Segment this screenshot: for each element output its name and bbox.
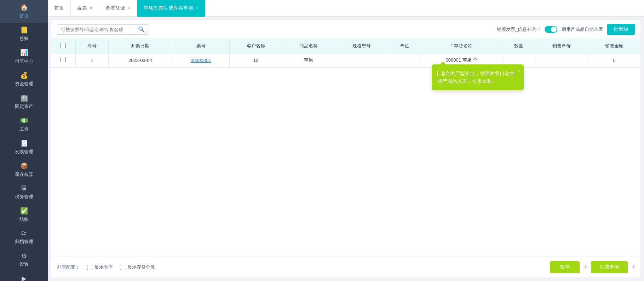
search-input[interactable] [61, 27, 136, 32]
data-table: 序号开票日期票号客户名称商品名称规格型号单位* 存货名称数量销售单价销售金额 1… [51, 39, 640, 68]
sidebar-icon-archive: 🗂 [21, 230, 27, 237]
search-icon: 🔍 [138, 26, 145, 33]
sidebar-icon-funds: 💰 [20, 71, 28, 79]
sidebar-item-archive[interactable]: 🗂 归档管理 [0, 226, 48, 248]
save-help-icon[interactable]: ? [584, 264, 587, 270]
sidebar-item-fixed-assets[interactable]: 🏢 固定资产 [0, 91, 48, 113]
sidebar-icon-inventory: 📦 [20, 162, 28, 170]
cell-product-0: 苹果 [282, 53, 335, 67]
cell-unit_price-0 [535, 53, 588, 67]
toolbar-right: 销项发票_信息补充 ? 启用产成品自动入库 批量核 [497, 24, 635, 35]
sidebar-item-tax[interactable]: 🏛 税务管理 [0, 181, 48, 203]
generate-help-icon[interactable]: ? [632, 264, 635, 270]
sidebar-item-payroll[interactable]: 💵 工资 [0, 113, 48, 136]
cell-checkbox-0[interactable] [51, 53, 75, 67]
tooltip-cursor [437, 71, 438, 76]
batch-button[interactable]: 批量核 [607, 24, 635, 35]
list-config-label: 列表配置： [57, 264, 80, 270]
sidebar-item-closing[interactable]: ✅ 结账 [0, 203, 48, 226]
tab-home-tab[interactable]: 首页 [48, 0, 71, 17]
table-row: 12023-03-040000000112苹果000001 苹果 个5 [51, 53, 640, 67]
sidebar-label-archive: 归档管理 [15, 239, 33, 245]
tab-invoice-tab[interactable]: 发票× [71, 0, 99, 17]
show-category-checkbox[interactable] [120, 265, 125, 270]
save-button[interactable]: 暂存 [550, 261, 580, 273]
tab-close-invoice-tab[interactable]: × [90, 6, 92, 11]
cell-ticket_no-0[interactable]: 00000001 [172, 53, 230, 67]
cell-date-0: 2023-03-04 [108, 53, 172, 67]
table-wrapper: 序号开票日期票号客户名称商品名称规格型号单位* 存货名称数量销售单价销售金额 1… [51, 39, 640, 257]
table-body: 12023-03-040000000112苹果000001 苹果 个5 [51, 53, 640, 67]
col-header-quantity: 数量 [502, 39, 535, 53]
sidebar: 🏠 首页 📒 总账 📊 报表中心 💰 资金管理 🏢 固定资产 💵 工资 🧾 发票… [0, 0, 48, 281]
sidebar-icon-closing: ✅ [20, 207, 28, 215]
show-warehouse-label: 显示仓库 [94, 264, 113, 270]
tooltip-popup: 适合生产型企业，销项发票自动生成产成品入库，快来体验~ × [432, 64, 524, 90]
toolbar: 🔍 销项发票_信息补充 ? 启用产成品自动入库 批量核 [51, 20, 640, 39]
col-header-product: 商品名称 [282, 39, 335, 53]
select-all-checkbox[interactable] [61, 43, 66, 48]
sidebar-label-fixed-assets: 固定资产 [15, 103, 33, 110]
sidebar-icon-invoice-mgmt: 🧾 [20, 139, 28, 147]
sidebar-label-home: 首页 [19, 13, 29, 19]
info-help-icon[interactable]: ? [537, 27, 540, 32]
sidebar-label-ledger: 总账 [19, 35, 29, 42]
col-header-amount: 销售金额 [588, 39, 640, 53]
sidebar-item-invoice-mgmt[interactable]: 🧾 发票管理 [0, 136, 48, 159]
page-content: 🔍 销项发票_信息补充 ? 启用产成品自动入库 批量核 序号开票日期票号客户名称… [51, 20, 640, 277]
sidebar-item-ledger[interactable]: 📒 总账 [0, 23, 48, 45]
sidebar-label-invoice-mgmt: 发票管理 [15, 149, 33, 155]
bottom-actions: 暂存 ? 生成单据 ? [550, 261, 635, 273]
bottom-bar: 列表配置： 显示仓库 显示存货分类 暂存 ? 生成单据 ? [51, 257, 640, 277]
cell-model-0 [335, 53, 388, 67]
table-header: 序号开票日期票号客户名称商品名称规格型号单位* 存货名称数量销售单价销售金额 [51, 39, 640, 53]
info-label: 销项发票_信息补充 ? [497, 26, 540, 33]
tab-label-home-tab: 首页 [54, 5, 64, 11]
show-category-label: 显示存货分类 [127, 264, 155, 270]
sidebar-label-inventory: 库存核算 [15, 171, 33, 178]
cell-seq-0: 1 [75, 53, 108, 67]
tabbar: 首页发票×查看凭证×销项发票生成库存单据× [48, 0, 644, 17]
sidebar-item-guide[interactable]: ▶ 新手引导 [0, 271, 48, 281]
auto-warehouse-toggle[interactable] [545, 26, 557, 33]
show-category-group[interactable]: 显示存货分类 [120, 264, 155, 270]
col-header-unit: 单位 [388, 39, 421, 53]
sidebar-item-settings[interactable]: ⚙ 设置 [0, 248, 48, 271]
main-area: 首页发票×查看凭证×销项发票生成库存单据× 🔍 销项发票_信息补充 ? 启用产成… [48, 0, 644, 281]
sidebar-label-closing: 结账 [19, 216, 29, 223]
sidebar-icon-reports: 📊 [20, 49, 28, 57]
search-box[interactable]: 🔍 [57, 24, 149, 35]
ticket-link-0[interactable]: 00000001 [191, 58, 211, 63]
col-header-model: 规格型号 [335, 39, 388, 53]
sidebar-item-home[interactable]: 🏠 首页 [0, 0, 48, 23]
col-header-inventory: * 存货名称 [421, 39, 502, 53]
tab-cancel-invoice-tab[interactable]: 销项发票生成库存单据× [137, 0, 205, 17]
tab-close-cancel-invoice-tab[interactable]: × [196, 6, 199, 11]
col-header-customer: 客户名称 [230, 39, 282, 53]
tab-view-voucher-tab[interactable]: 查看凭证× [99, 0, 137, 17]
col-header-checkbox [51, 39, 75, 53]
cell-customer-0: 12 [230, 53, 282, 67]
tooltip-text: 适合生产型企业，销项发票自动生成产成品入库，快来体验~ [437, 70, 514, 84]
row-checkbox-0[interactable] [61, 57, 66, 62]
sidebar-item-inventory[interactable]: 📦 库存核算 [0, 159, 48, 181]
sidebar-label-payroll: 工资 [19, 126, 29, 132]
show-warehouse-group[interactable]: 显示仓库 [87, 264, 113, 270]
sidebar-label-settings: 设置 [19, 261, 29, 268]
sidebar-label-funds: 资金管理 [15, 81, 33, 87]
sidebar-icon-tax: 🏛 [21, 185, 27, 192]
tooltip-close-button[interactable]: × [517, 67, 520, 75]
tab-close-view-voucher-tab[interactable]: × [128, 6, 131, 11]
cell-unit-0 [388, 53, 421, 67]
sidebar-label-reports: 报表中心 [15, 58, 33, 64]
generate-button[interactable]: 生成单据 [591, 261, 628, 273]
show-warehouse-checkbox[interactable] [87, 265, 92, 270]
cell-amount-0: 5 [588, 53, 640, 67]
col-header-seq: 序号 [75, 39, 108, 53]
sidebar-label-tax: 税务管理 [15, 194, 33, 200]
sidebar-item-funds[interactable]: 💰 资金管理 [0, 68, 48, 91]
sidebar-icon-settings: ⚙ [21, 252, 27, 260]
sidebar-icon-home: 🏠 [20, 4, 28, 11]
sidebar-icon-ledger: 📒 [20, 26, 28, 34]
sidebar-item-reports[interactable]: 📊 报表中心 [0, 45, 48, 68]
